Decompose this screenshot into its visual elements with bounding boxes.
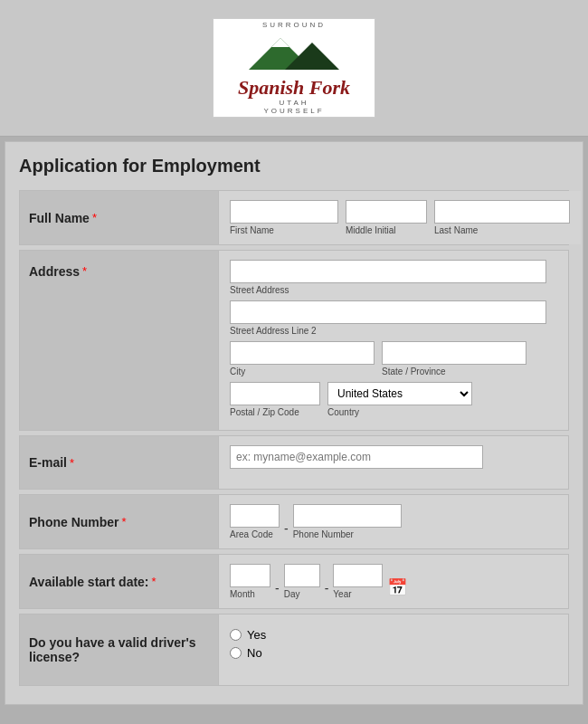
logo-mountain-icon xyxy=(240,29,348,74)
address-fields-group: Street Address Street Address Line 2 Cit… xyxy=(230,260,557,417)
phone-field-cell: Area Code - Phone Number xyxy=(219,495,568,548)
first-name-group: First Name xyxy=(230,200,338,235)
state-group: State / Province xyxy=(382,341,526,376)
start-date-required: * xyxy=(152,575,156,588)
month-sublabel: Month xyxy=(230,589,270,599)
logo-container: SURROUND Spanish Fork UTAH YOURSELF xyxy=(213,18,375,118)
year-group: Year xyxy=(333,564,383,599)
year-input[interactable] xyxy=(333,564,383,587)
first-name-sublabel: First Name xyxy=(230,225,338,235)
area-code-input[interactable] xyxy=(230,504,280,528)
start-date-label-cell: Available start date: * xyxy=(20,555,219,608)
day-group: Day xyxy=(284,564,320,599)
month-input[interactable] xyxy=(230,564,270,587)
full-name-label-cell: Full Name * xyxy=(20,191,219,244)
phone-number-sublabel: Phone Number xyxy=(293,529,402,539)
country-sublabel: Country xyxy=(327,407,472,417)
city-state-row: City State / Province xyxy=(230,341,557,376)
start-date-row: Available start date: * Month - Day - Ye… xyxy=(19,554,569,609)
last-name-sublabel: Last Name xyxy=(434,225,570,235)
state-sublabel: State / Province xyxy=(382,367,526,376)
address-row: Address * Street Address Street Address … xyxy=(19,250,569,431)
yes-radio-option[interactable]: Yes xyxy=(230,628,557,642)
drivers-license-row: Do you have a valid driver's license? Ye… xyxy=(19,614,569,686)
start-date-label: Available start date: xyxy=(29,575,149,589)
city-input[interactable] xyxy=(230,341,375,365)
date-dash-1: - xyxy=(275,581,280,599)
logo-yourself-text: YOURSELF xyxy=(238,107,350,115)
city-sublabel: City xyxy=(230,367,375,376)
street-sublabel: Street Address xyxy=(230,285,557,295)
email-label-cell: E-mail * xyxy=(20,436,219,489)
date-fields-group: Month - Day - Year 📅 xyxy=(230,564,557,599)
name-fields-group: First Name Middle Initial Last Name xyxy=(230,200,570,235)
state-input[interactable] xyxy=(382,341,526,365)
zip-group: Postal / Zip Code xyxy=(230,382,320,417)
phone-dash: - xyxy=(284,521,289,539)
full-name-required: * xyxy=(92,211,97,224)
day-sublabel: Day xyxy=(284,589,320,599)
phone-fields-group: Area Code - Phone Number xyxy=(230,504,557,539)
address-field-cell: Street Address Street Address Line 2 Cit… xyxy=(219,251,568,430)
year-sublabel: Year xyxy=(333,589,383,599)
middle-name-group: Middle Initial xyxy=(346,200,427,235)
middle-initial-input[interactable] xyxy=(346,200,427,224)
drivers-license-radio-group: Yes No xyxy=(230,624,557,660)
drivers-license-label: Do you have a valid driver's license? xyxy=(29,635,209,664)
logo-surround-text: SURROUND xyxy=(238,21,350,29)
yes-radio-label: Yes xyxy=(247,628,266,642)
street2-address-group: Street Address Line 2 xyxy=(230,300,557,336)
email-label: E-mail xyxy=(29,455,67,470)
city-group: City xyxy=(230,341,375,376)
email-field-cell xyxy=(219,436,568,489)
country-group: United States Canada Mexico Other Countr… xyxy=(327,382,472,417)
day-input[interactable] xyxy=(284,564,320,587)
last-name-group: Last Name xyxy=(434,200,570,235)
email-required: * xyxy=(70,456,74,470)
area-code-sublabel: Area Code xyxy=(230,529,280,539)
email-row: E-mail * xyxy=(19,435,569,490)
date-dash-2: - xyxy=(325,581,329,599)
address-label: Address xyxy=(29,264,80,279)
drivers-license-field-cell: Yes No xyxy=(219,614,568,685)
last-name-input[interactable] xyxy=(434,200,570,224)
phone-label: Phone Number xyxy=(29,515,119,529)
svg-marker-2 xyxy=(271,38,289,47)
full-name-row: Full Name * First Name Middle Initial La… xyxy=(19,190,569,245)
phone-number-input[interactable] xyxy=(293,504,402,528)
start-date-field-cell: Month - Day - Year 📅 xyxy=(219,555,568,608)
yes-radio-input[interactable] xyxy=(230,629,242,641)
address-label-cell: Address * xyxy=(20,251,219,430)
street-address-group: Street Address xyxy=(230,260,557,295)
drivers-license-label-cell: Do you have a valid driver's license? xyxy=(20,614,219,685)
full-name-label: Full Name xyxy=(29,211,90,225)
zip-input[interactable] xyxy=(230,382,320,405)
phone-label-cell: Phone Number * xyxy=(20,495,219,548)
month-group: Month xyxy=(230,564,270,599)
area-code-group: Area Code xyxy=(230,504,280,539)
street-address2-input[interactable] xyxy=(230,300,546,324)
phone-row: Phone Number * Area Code - Phone Number xyxy=(19,494,569,549)
address-required: * xyxy=(82,264,87,278)
form-title: Application for Employment xyxy=(19,156,569,176)
zip-sublabel: Postal / Zip Code xyxy=(230,407,320,417)
street-address-input[interactable] xyxy=(230,260,546,283)
first-name-input[interactable] xyxy=(230,200,338,224)
full-name-field-cell: First Name Middle Initial Last Name xyxy=(219,191,581,244)
page-header: SURROUND Spanish Fork UTAH YOURSELF xyxy=(0,0,588,137)
middle-sublabel: Middle Initial xyxy=(346,225,427,235)
no-radio-input[interactable] xyxy=(230,647,242,659)
street2-sublabel: Street Address Line 2 xyxy=(230,326,557,336)
no-radio-option[interactable]: No xyxy=(230,646,557,660)
no-radio-label: No xyxy=(247,646,262,660)
logo-utah-text: UTAH xyxy=(238,99,350,107)
country-select[interactable]: United States Canada Mexico Other xyxy=(327,382,472,405)
logo-main-text: Spanish Fork xyxy=(238,77,350,99)
calendar-icon[interactable]: 📅 xyxy=(387,577,407,599)
email-input[interactable] xyxy=(230,445,483,469)
zip-country-row: Postal / Zip Code United States Canada M… xyxy=(230,382,557,417)
main-content: Application for Employment Full Name * F… xyxy=(5,141,583,705)
phone-required: * xyxy=(122,515,127,529)
phone-number-group: Phone Number xyxy=(293,504,402,539)
